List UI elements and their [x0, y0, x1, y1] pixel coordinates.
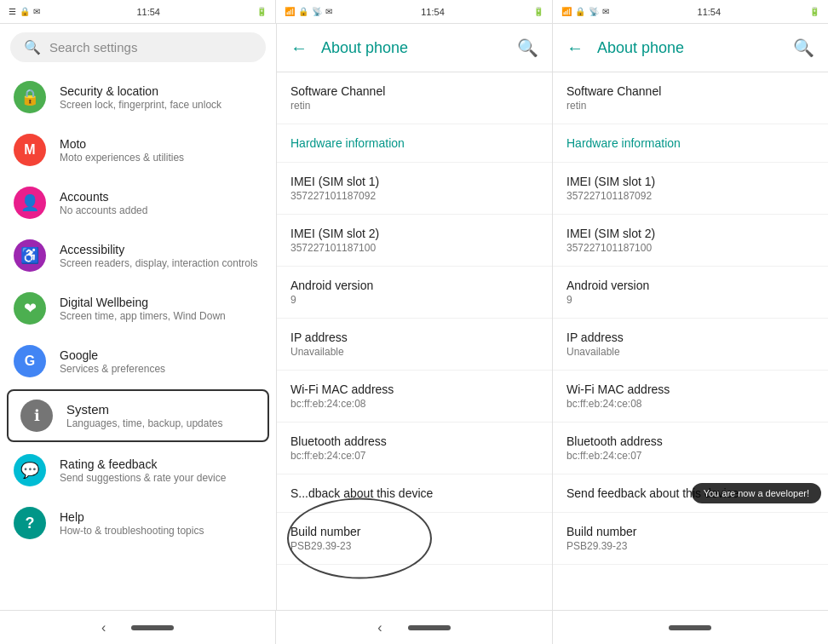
system-title: System	[66, 402, 256, 417]
wifi-icon-right: 📡	[589, 7, 599, 16]
hardware-info-header-right: Hardware information	[553, 124, 828, 163]
time-mid: 11:54	[421, 7, 445, 17]
send-feedback-right[interactable]: Send feedback about this device You are …	[553, 474, 828, 513]
sidebar-item-help[interactable]: ? Help How-to & troubleshooting topics	[0, 497, 276, 549]
accessibility-icon: ♿	[14, 239, 46, 272]
software-channel-value-right: retin	[566, 100, 814, 112]
build-number-title-right: Build number	[566, 525, 814, 538]
android-version-middle[interactable]: Android version 9	[277, 267, 552, 319]
android-version-value-right: 9	[566, 294, 814, 306]
accessibility-text: Accessibility Screen readers, display, i…	[60, 243, 262, 269]
imei1-title-middle: IMEI (SIM slot 1)	[290, 175, 538, 188]
main-content: 🔍 Search settings 🔒 Security & location …	[0, 24, 828, 610]
imei1-value-middle: 357227101187092	[290, 190, 538, 202]
sidebar-item-moto[interactable]: M Moto Moto experiences & utilities	[0, 124, 276, 176]
wifi-icon-mid: 📡	[312, 7, 322, 16]
build-number-value-middle: PSB29.39-23	[290, 540, 538, 552]
software-channel-value-middle: retin	[290, 100, 538, 112]
sidebar-item-system[interactable]: ℹ System Languages, time, backup, update…	[7, 389, 269, 442]
sim-icon: ☰	[9, 7, 16, 16]
search-button-middle[interactable]: 🔍	[517, 37, 538, 58]
sidebar-item-security[interactable]: 🔒 Security & location Screen lock, finge…	[0, 71, 276, 124]
system-text: System Languages, time, backup, updates	[66, 402, 256, 429]
wifi-mac-middle[interactable]: Wi-Fi MAC address bc:ff:eb:24:ce:08	[277, 371, 552, 423]
settings-panel: 🔍 Search settings 🔒 Security & location …	[0, 24, 277, 610]
back-button-right[interactable]: ←	[566, 38, 584, 58]
build-number-right[interactable]: Build number PSB29.39-23	[553, 513, 828, 565]
software-channel-right[interactable]: Software Channel retin	[553, 72, 828, 124]
software-channel-title-middle: Software Channel	[290, 84, 538, 98]
battery-icon-left: 🔋	[256, 7, 267, 16]
send-feedback-middle[interactable]: S...dback about this device	[277, 474, 552, 513]
about-header-middle: ← About phone 🔍	[277, 24, 552, 72]
ip-address-title-middle: IP address	[290, 331, 538, 344]
signal-icon-mid: 📶	[285, 7, 295, 16]
about-panel-middle: ← About phone 🔍 Software Channel retin H…	[277, 24, 553, 610]
about-title-middle: About phone	[321, 39, 503, 57]
sidebar-item-digitalwellbeing[interactable]: ❤ Digital Wellbeing Screen time, app tim…	[0, 282, 276, 335]
back-nav-mid[interactable]: ‹	[377, 620, 382, 635]
search-button-right[interactable]: 🔍	[793, 37, 814, 58]
battery-icon-right: 🔋	[809, 7, 819, 16]
nav-section-right	[553, 611, 828, 644]
hardware-info-header-middle: Hardware information	[277, 124, 552, 163]
status-bar: ☰ 🔒 ✉ 11:54 🔋 📶 🔒 📡 ✉ 11:54 🔋 📶 🔒 📡 ✉ 11…	[0, 0, 828, 24]
system-subtitle: Languages, time, backup, updates	[66, 417, 256, 429]
nav-bar: ‹ ‹	[0, 610, 828, 644]
wifi-mac-right[interactable]: Wi-Fi MAC address bc:ff:eb:24:ce:08	[553, 371, 828, 423]
lock-icon: 🔒	[20, 7, 30, 16]
google-text: Google Services & preferences	[60, 348, 262, 375]
wifi-mac-value-middle: bc:ff:eb:24:ce:08	[290, 398, 538, 410]
imei2-middle[interactable]: IMEI (SIM slot 2) 357227101187100	[277, 215, 552, 267]
imei1-right[interactable]: IMEI (SIM slot 1) 357227101187092	[553, 163, 828, 215]
bluetooth-address-middle[interactable]: Bluetooth address bc:ff:eb:24:ce:07	[277, 423, 552, 474]
search-icon: 🔍	[24, 39, 41, 55]
sidebar-item-rating[interactable]: 💬 Rating & feedback Send suggestions & r…	[0, 444, 276, 497]
home-pill-right[interactable]	[669, 625, 711, 630]
msg-icon-mid: ✉	[325, 7, 332, 16]
bluetooth-address-right[interactable]: Bluetooth address bc:ff:eb:24:ce:07	[553, 423, 828, 474]
android-version-value-middle: 9	[290, 294, 538, 306]
settings-list: 🔒 Security & location Screen lock, finge…	[0, 71, 276, 610]
accounts-icon: 👤	[14, 187, 46, 219]
about-list-right: Software Channel retin Hardware informat…	[553, 72, 828, 610]
security-title: Security & location	[60, 84, 262, 98]
sidebar-item-accounts[interactable]: 👤 Accounts No accounts added	[0, 176, 276, 229]
android-version-right[interactable]: Android version 9	[553, 267, 828, 319]
imei2-title-right: IMEI (SIM slot 2)	[566, 227, 814, 240]
time-right: 11:54	[698, 7, 722, 17]
battery-icon-mid: 🔋	[533, 7, 543, 16]
status-section-right: 📶 🔒 📡 ✉ 11:54 🔋	[553, 0, 828, 23]
time-left: 11:54	[136, 7, 160, 17]
ip-address-middle[interactable]: IP address Unavailable	[277, 319, 552, 371]
home-pill-mid[interactable]	[408, 625, 451, 630]
sidebar-item-google[interactable]: G Google Services & preferences	[0, 335, 276, 388]
rating-subtitle: Send suggestions & rate your device	[60, 472, 262, 484]
bluetooth-title-middle: Bluetooth address	[290, 434, 538, 448]
security-icon: 🔒	[14, 81, 46, 113]
search-bar[interactable]: 🔍 Search settings	[10, 32, 266, 62]
android-version-title-right: Android version	[566, 279, 814, 292]
rating-text: Rating & feedback Send suggestions & rat…	[60, 457, 262, 484]
back-button-middle[interactable]: ←	[290, 38, 308, 58]
home-pill-left[interactable]	[131, 625, 174, 630]
software-channel-middle[interactable]: Software Channel retin	[277, 72, 552, 124]
imei1-middle[interactable]: IMEI (SIM slot 1) 357227101187092	[277, 163, 552, 215]
nav-section-left: ‹	[0, 611, 276, 644]
status-section-mid: 📶 🔒 📡 ✉ 11:54 🔋	[276, 0, 552, 23]
nav-section-mid: ‹	[276, 611, 552, 644]
imei2-title-middle: IMEI (SIM slot 2)	[290, 227, 538, 240]
sidebar-item-accessibility[interactable]: ♿ Accessibility Screen readers, display,…	[0, 229, 276, 282]
build-number-middle[interactable]: Build number PSB29.39-23	[277, 513, 552, 565]
ip-address-value-right: Unavailable	[566, 346, 814, 358]
ip-address-right[interactable]: IP address Unavailable	[553, 319, 828, 371]
back-nav-left[interactable]: ‹	[101, 620, 106, 635]
digitalwellbeing-text: Digital Wellbeing Screen time, app timer…	[60, 296, 262, 322]
about-list-middle: Software Channel retin Hardware informat…	[277, 72, 552, 610]
help-text: Help How-to & troubleshooting topics	[60, 510, 262, 537]
google-subtitle: Services & preferences	[60, 363, 262, 375]
moto-subtitle: Moto experiences & utilities	[60, 152, 262, 164]
imei2-right[interactable]: IMEI (SIM slot 2) 357227101187100	[553, 215, 828, 267]
google-icon: G	[14, 345, 46, 377]
imei2-value-middle: 357227101187100	[290, 242, 538, 254]
